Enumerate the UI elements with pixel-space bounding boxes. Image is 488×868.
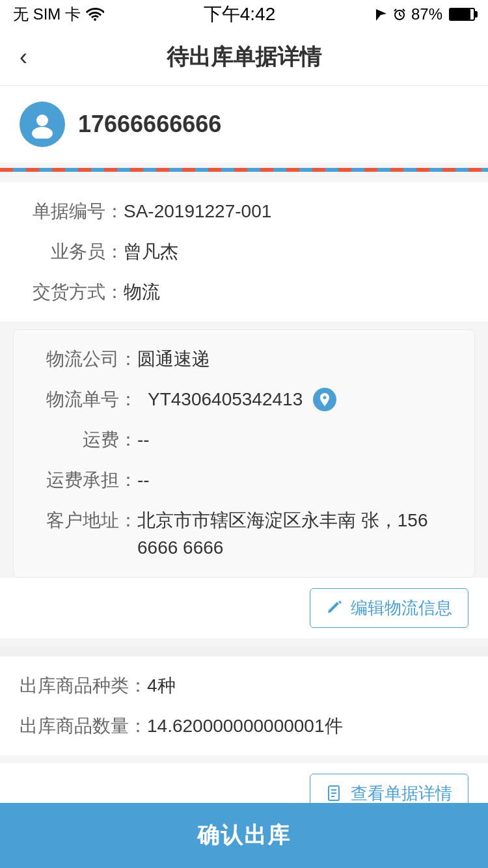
svg-point-5 bbox=[36, 115, 48, 126]
status-bar-right: 87% bbox=[375, 5, 475, 23]
address-label: 客户地址： bbox=[33, 507, 137, 534]
page-content: 17666666666 单据编号： SA-20191227-001 业务员： 曾… bbox=[0, 86, 488, 868]
status-bar-time: 下午4:42 bbox=[204, 2, 276, 27]
order-no-value: SA-20191227-001 bbox=[124, 198, 468, 225]
address-value: 北京市市辖区海淀区永丰南 张，156 6666 6666 bbox=[137, 507, 455, 562]
delivery-method-label: 交货方式： bbox=[20, 278, 124, 306]
logistics-company-value: 圆通速递 bbox=[137, 346, 455, 373]
freight-row: 运费： -- bbox=[33, 426, 455, 454]
back-button[interactable]: ‹ bbox=[20, 44, 27, 71]
freight-bearer-row: 运费承担： -- bbox=[33, 467, 455, 494]
alarm-icon bbox=[393, 8, 406, 21]
product-types-label: 出库商品种类： bbox=[20, 672, 147, 699]
delivery-method-row: 交货方式： 物流 bbox=[20, 278, 468, 306]
order-no-label: 单据编号： bbox=[20, 198, 124, 225]
svg-point-6 bbox=[32, 127, 53, 139]
map-pin-icon bbox=[318, 392, 332, 407]
tracking-row: 物流单号： YT4306405342413 bbox=[33, 386, 455, 413]
edit-icon bbox=[326, 599, 344, 617]
product-quantity-label: 出库商品数量： bbox=[20, 712, 147, 740]
user-icon bbox=[28, 110, 57, 139]
freight-bearer-label: 运费承担： bbox=[33, 467, 137, 494]
confirm-label: 确认出库 bbox=[197, 821, 291, 850]
carrier-text: 无 SIM 卡 bbox=[13, 4, 81, 25]
edit-logistics-button[interactable]: 编辑物流信息 bbox=[310, 588, 468, 628]
tracking-location-icon[interactable] bbox=[313, 388, 336, 411]
battery-icon bbox=[449, 8, 475, 21]
product-quantity-row: 出库商品数量： 14.620000000000001件 bbox=[20, 712, 468, 740]
section-divider bbox=[0, 646, 488, 657]
logistics-company-label: 物流公司： bbox=[33, 346, 137, 373]
product-types-row: 出库商品种类： 4种 bbox=[20, 672, 468, 699]
freight-label: 运费： bbox=[33, 426, 137, 454]
edit-logistics-container: 编辑物流信息 bbox=[0, 578, 488, 638]
freight-value: -- bbox=[137, 426, 455, 454]
dashed-separator bbox=[0, 168, 488, 172]
location-arrow-icon bbox=[375, 8, 388, 21]
status-bar-left: 无 SIM 卡 bbox=[13, 4, 104, 25]
battery-percent: 87% bbox=[411, 5, 442, 23]
order-info-section: 单据编号： SA-20191227-001 业务员： 曾凡杰 交货方式： 物流 bbox=[0, 182, 488, 321]
svg-line-4 bbox=[403, 9, 405, 11]
salesman-row: 业务员： 曾凡杰 bbox=[20, 238, 468, 265]
logistics-company-row: 物流公司： 圆通速递 bbox=[33, 346, 455, 373]
customer-avatar bbox=[20, 102, 65, 147]
order-no-row: 单据编号： SA-20191227-001 bbox=[20, 198, 468, 225]
salesman-label: 业务员： bbox=[20, 238, 124, 265]
address-row: 客户地址： 北京市市辖区海淀区永丰南 张，156 6666 6666 bbox=[33, 507, 455, 562]
wifi-icon bbox=[86, 8, 104, 21]
product-quantity-value: 14.620000000000001件 bbox=[147, 712, 468, 740]
tracking-label: 物流单号： bbox=[33, 386, 137, 413]
salesman-value: 曾凡杰 bbox=[124, 238, 468, 265]
confirm-button[interactable]: 确认出库 bbox=[0, 803, 488, 868]
page-title: 待出库单据详情 bbox=[167, 42, 321, 72]
svg-line-3 bbox=[394, 9, 396, 11]
customer-phone: 17666666666 bbox=[78, 111, 221, 138]
edit-logistics-label: 编辑物流信息 bbox=[351, 597, 452, 619]
document-icon bbox=[326, 785, 344, 803]
svg-line-2 bbox=[400, 15, 401, 16]
logistics-card: 物流公司： 圆通速递 物流单号： YT4306405342413 运费： -- … bbox=[13, 329, 475, 578]
delivery-method-value: 物流 bbox=[124, 278, 468, 306]
freight-bearer-value: -- bbox=[137, 467, 455, 494]
product-summary-section: 出库商品种类： 4种 出库商品数量： 14.620000000000001件 bbox=[0, 657, 488, 755]
nav-bar: ‹ 待出库单据详情 bbox=[0, 29, 488, 86]
tracking-number: YT4306405342413 bbox=[148, 386, 303, 413]
view-details-label: 查看单据详情 bbox=[351, 782, 452, 805]
customer-card: 17666666666 bbox=[0, 86, 488, 163]
product-types-value: 4种 bbox=[147, 672, 468, 699]
status-bar: 无 SIM 卡 下午4:42 87% bbox=[0, 0, 488, 29]
